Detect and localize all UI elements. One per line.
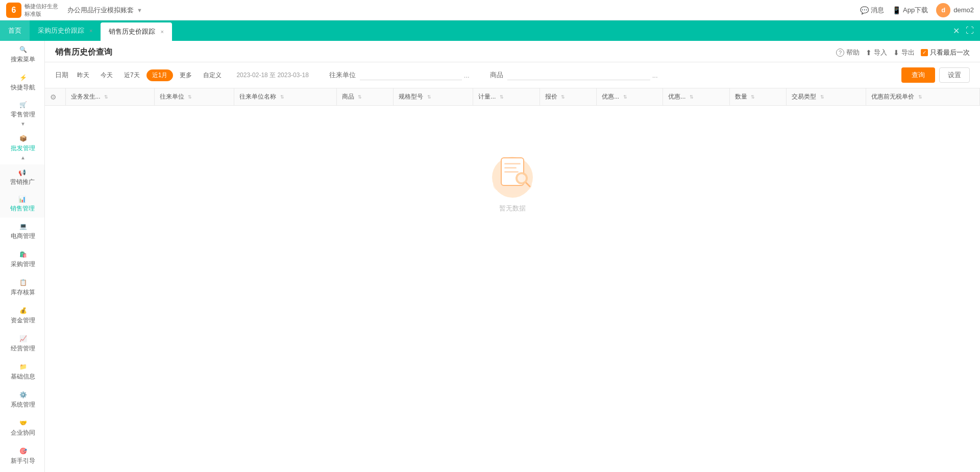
marketing-label: 营销推广	[10, 178, 35, 186]
ops-mgmt-icon: 📈	[19, 335, 27, 342]
user-area[interactable]: d demo2	[936, 3, 974, 17]
query-button[interactable]: 查询	[901, 67, 935, 83]
product-filter-group: 商品 ...	[490, 70, 658, 80]
col-discount1[interactable]: 优惠... ⇅	[597, 88, 663, 106]
date-btn-more[interactable]: 更多	[175, 69, 197, 81]
col-pre-discount-price[interactable]: 优惠前无税单价 ⇅	[866, 88, 980, 106]
purchase-mgmt-icon: 🛍️	[19, 251, 27, 258]
col-discount2-label: 优惠...	[668, 93, 685, 100]
message-icon: 💬	[860, 6, 869, 14]
quick-nav-icon: ⚡	[19, 74, 27, 81]
top-bar-right: 💬 消息 📱 App下载 d demo2	[860, 3, 974, 17]
col-product-sort: ⇅	[358, 95, 362, 100]
table-area: ⚙ 业务发生... ⇅ 往来单位 ⇅ 往来单位名称 ⇅	[45, 88, 980, 472]
col-trade-type[interactable]: 交易类型 ⇅	[787, 88, 866, 106]
col-quantity-label: 数量	[735, 93, 747, 100]
col-partner-name[interactable]: 往来单位名称 ⇅	[234, 88, 336, 106]
col-quote-sort: ⇅	[561, 95, 565, 100]
tab-close-all-button[interactable]: ✕	[953, 26, 960, 36]
sidebar-item-marketing[interactable]: 📢 营销推广	[0, 164, 44, 191]
tab-home[interactable]: 首页	[0, 20, 30, 41]
retail-mgmt-icon: 🛒	[19, 101, 27, 108]
only-last-checkbox-label[interactable]: ✓ 只看最后一次	[921, 48, 970, 57]
product-ellipsis-button[interactable]: ...	[652, 72, 658, 79]
app-download-button[interactable]: 📱 App下载	[892, 6, 928, 15]
product-input[interactable]	[507, 70, 650, 80]
basic-info-label: 基础信息	[11, 372, 35, 381]
sidebar-item-search-menu[interactable]: 🔍 搜索菜单	[0, 41, 44, 69]
export-button[interactable]: ⬇ 导出	[893, 48, 915, 57]
sidebar-item-ops-mgmt[interactable]: 📈 经营管理	[0, 330, 44, 358]
date-btn-last1month[interactable]: 近1月	[146, 69, 174, 81]
gear-icon[interactable]: ⚙	[50, 93, 57, 101]
col-product[interactable]: 商品 ⇅	[336, 88, 394, 106]
date-buttons: 昨天 今天 近7天 近1月 更多 自定义	[72, 69, 226, 81]
sidebar-item-inventory[interactable]: 📋 库存核算	[0, 274, 44, 302]
only-last-checkbox[interactable]: ✓	[921, 49, 928, 56]
partner-input-wrapper: ...	[360, 70, 470, 80]
tab-sales-history[interactable]: 销售历史价跟踪 ×	[101, 22, 172, 41]
date-btn-today[interactable]: 今天	[96, 69, 117, 81]
new-guide-icon: 🎯	[19, 447, 27, 455]
sidebar-item-purchase-mgmt[interactable]: 🛍️ 采购管理	[0, 246, 44, 274]
sidebar-item-new-guide[interactable]: 🎯 新手引导	[0, 442, 44, 470]
sidebar-item-enterprise[interactable]: 🤝 企业协同	[0, 414, 44, 442]
col-discount2[interactable]: 优惠... ⇅	[663, 88, 729, 106]
svg-rect-4	[504, 171, 519, 173]
help-button[interactable]: ? 帮助	[836, 48, 860, 57]
date-btn-custom[interactable]: 自定义	[199, 69, 226, 81]
col-unit[interactable]: 计量... ⇅	[473, 88, 540, 106]
product-input-wrapper: ...	[507, 70, 658, 80]
date-btn-last7days[interactable]: 近7天	[119, 69, 144, 81]
settings-button[interactable]: 设置	[939, 67, 970, 83]
filter-bar: 日期 昨天 今天 近7天 近1月 更多 自定义 2023-02-18 至 202…	[45, 62, 980, 88]
import-button[interactable]: ⬆ 导入	[866, 48, 887, 57]
date-range-text: 2023-02-18 至 2023-03-18	[236, 71, 308, 80]
col-quote[interactable]: 报价 ⇅	[540, 88, 597, 106]
message-button[interactable]: 💬 消息	[860, 6, 884, 15]
partner-input[interactable]	[360, 70, 462, 80]
col-partner-code-label: 往来单位	[160, 93, 184, 100]
sidebar: 🔍 搜索菜单 ⚡ 快捷导航 🛒 零售管理 ▼ 📦 批发管理 ▲ 📢 营销推广 📊…	[0, 41, 45, 472]
sidebar-item-basic-info[interactable]: 📁 基础信息	[0, 358, 44, 386]
tab-home-label: 首页	[8, 26, 21, 35]
partner-ellipsis-button[interactable]: ...	[464, 72, 470, 79]
tab-maximize-button[interactable]: ⛶	[966, 26, 974, 35]
data-table: ⚙ 业务发生... ⇅ 往来单位 ⇅ 往来单位名称 ⇅	[45, 88, 980, 254]
help-icon: ?	[836, 49, 844, 57]
col-spec-label: 规格型号	[399, 93, 423, 100]
sidebar-item-quick-nav[interactable]: ⚡ 快捷导航	[0, 69, 44, 97]
sidebar-item-finance-mgmt[interactable]: 💰 资金管理	[0, 302, 44, 330]
col-pre-discount-price-label: 优惠前无税单价	[871, 93, 914, 100]
col-partner-code[interactable]: 往来单位 ⇅	[155, 88, 234, 106]
app-title[interactable]: 办公用品行业模拟账套	[67, 6, 134, 15]
date-btn-yesterday[interactable]: 昨天	[72, 69, 94, 81]
tab-purchase-history[interactable]: 采购历史价跟踪 ×	[30, 20, 101, 41]
col-product-label: 商品	[342, 93, 354, 100]
app-title-dropdown-icon[interactable]: ▼	[137, 7, 142, 13]
wholesale-mgmt-label: 批发管理	[11, 144, 35, 153]
sidebar-item-ecommerce-mgmt[interactable]: 💻 电商管理	[0, 218, 44, 246]
sidebar-item-retail-mgmt[interactable]: 🛒 零售管理 ▼	[0, 97, 44, 131]
top-bar-left: 6 畅捷信好生意 标准版 办公用品行业模拟账套 ▼	[6, 3, 142, 18]
col-settings[interactable]: ⚙	[45, 88, 65, 106]
tab-sales-history-close[interactable]: ×	[160, 29, 163, 35]
col-partner-code-sort: ⇅	[188, 95, 192, 100]
marketing-icon: 📢	[18, 169, 26, 176]
sidebar-item-sys-mgmt[interactable]: ⚙️ 系统管理	[0, 386, 44, 414]
col-biz-date[interactable]: 业务发生... ⇅	[65, 88, 155, 106]
tab-purchase-history-close[interactable]: ×	[89, 28, 92, 34]
quick-nav-label: 快捷导航	[11, 83, 35, 92]
empty-icon-svg	[487, 147, 538, 198]
finance-mgmt-label: 资金管理	[11, 316, 35, 325]
sidebar-sub-wholesale: 📢 营销推广 📊 销售管理	[0, 164, 44, 218]
ops-mgmt-label: 经营管理	[11, 344, 35, 353]
sidebar-item-sales-mgmt[interactable]: 📊 销售管理	[0, 191, 44, 218]
col-quantity[interactable]: 数量 ⇅	[729, 88, 787, 106]
sys-mgmt-icon: ⚙️	[19, 391, 27, 398]
sidebar-item-wholesale-mgmt[interactable]: 📦 批发管理 ▲	[0, 131, 44, 164]
col-spec[interactable]: 规格型号 ⇅	[394, 88, 473, 106]
svg-point-6	[518, 174, 526, 182]
date-label: 日期	[55, 70, 68, 80]
avatar: d	[936, 3, 950, 17]
